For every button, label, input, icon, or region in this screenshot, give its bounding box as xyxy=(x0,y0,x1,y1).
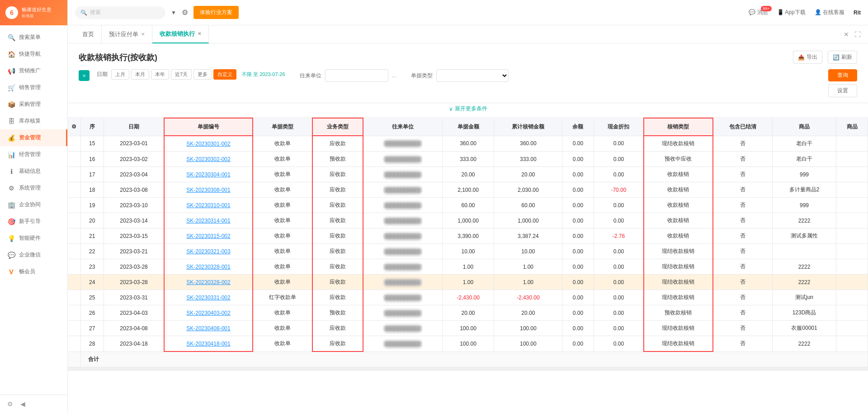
bill-no-link[interactable]: SK-20230310-001 xyxy=(186,202,230,209)
topbar-dropdown[interactable]: ▼ xyxy=(171,9,176,16)
td-goods: 123D商品 xyxy=(772,305,836,321)
refresh-button[interactable]: 🔄 刷新 xyxy=(828,51,857,64)
bill-no-link[interactable]: SK-20230328-001 xyxy=(186,264,230,270)
td-date: 2023-03-31 xyxy=(104,290,164,305)
th-gear[interactable]: ⚙ xyxy=(68,118,80,136)
td-bill-type: 收款单 xyxy=(253,336,312,352)
th-date: 日期 xyxy=(104,118,164,136)
date-range: 不限 至 2023-07-26 xyxy=(242,71,285,77)
td-cancel-type: 现结收款核销 xyxy=(644,290,713,305)
td-biz-type: 应收款 xyxy=(312,321,363,336)
horizontal-scrollbar[interactable] xyxy=(68,367,868,371)
sidebar-item-marketing[interactable]: 📢 营销推广 xyxy=(0,62,67,79)
app-download[interactable]: 📱 App下载 xyxy=(777,9,806,16)
bill-no-link[interactable]: SK-20230403-002 xyxy=(186,310,230,316)
td-no: 18 xyxy=(80,182,104,198)
sidebar-item-system[interactable]: ⚙ 系统管理 xyxy=(0,180,67,196)
message-badge[interactable]: 💬 消息 99+ xyxy=(749,9,768,16)
filter-toggle[interactable]: » xyxy=(79,70,90,81)
sidebar-item-wechat[interactable]: 💬 企业微信 xyxy=(0,247,67,263)
bill-no-link[interactable]: SK-20230315-002 xyxy=(186,233,230,239)
td-balance: 0.00 xyxy=(562,244,594,259)
bill-no-link[interactable]: SK-20230314-001 xyxy=(186,218,230,224)
date-btn-custom[interactable]: 自定义 xyxy=(213,69,236,80)
bill-no-link[interactable]: SK-20230328-002 xyxy=(186,279,230,285)
date-btn-thisyear[interactable]: 本年 xyxy=(151,69,169,80)
bill-no-link[interactable]: SK-20230418-001 xyxy=(186,341,230,347)
user-info[interactable]: Rit xyxy=(854,9,861,16)
collapse-icon[interactable]: ◀ xyxy=(20,400,25,408)
td-date: 2023-04-03 xyxy=(104,305,164,321)
tab-close-collection[interactable]: ✕ xyxy=(198,31,201,36)
online-service[interactable]: 👤 在线客服 xyxy=(815,9,844,16)
td-bill-type: 收款单 xyxy=(253,167,312,182)
td-cash-discount: 0.00 xyxy=(594,321,644,336)
th-cash-discount: 现金折扣 xyxy=(594,118,644,136)
bill-no-link[interactable]: SK-20230321-003 xyxy=(186,248,230,255)
sidebar-item-hardware[interactable]: 💡 智能硬件 xyxy=(0,230,67,247)
td-include-settled: 否 xyxy=(713,152,772,167)
tab-home[interactable]: 首页 xyxy=(75,25,102,43)
topbar-search[interactable]: 🔍 搜索 xyxy=(75,6,165,19)
sidebar-item-finance[interactable]: 💰 资金管理 xyxy=(0,129,67,146)
wechat-icon: 💬 xyxy=(7,252,15,259)
export-button[interactable]: 📤 导出 xyxy=(793,51,822,64)
td-partner: ██████████ xyxy=(363,321,442,336)
td-include-settled: 否 xyxy=(713,136,772,152)
date-btn-thismonth[interactable]: 本月 xyxy=(131,69,149,80)
bill-no-link[interactable]: SK-20230304-001 xyxy=(186,171,230,178)
sidebar-item-purchase[interactable]: 📦 采购管理 xyxy=(0,96,67,113)
filter-date: 日期 上月 本月 本年 近7天 更多 自定义 xyxy=(97,69,236,80)
td-cancel-type: 收款核销 xyxy=(644,182,713,198)
bill-no-link[interactable]: SK-20230331-002 xyxy=(186,294,230,301)
td-bill-no: SK-20230302-002 xyxy=(164,152,253,167)
partner-input[interactable] xyxy=(325,69,388,82)
setting-button[interactable]: 设置 xyxy=(828,84,857,97)
td-balance: 0.00 xyxy=(562,305,594,321)
tab-expand-icon[interactable]: ⛶ xyxy=(854,31,861,38)
td-cash-discount: 0.00 xyxy=(594,152,644,167)
sidebar-item-inventory[interactable]: 🗄 库存核算 xyxy=(0,113,67,129)
td-date: 2023-03-04 xyxy=(104,167,164,182)
finance-icon: 💰 xyxy=(7,134,15,142)
sidebar-item-search[interactable]: 🔍 搜索菜单 xyxy=(0,29,67,46)
td-cancel-amount: 360.00 xyxy=(494,136,562,152)
td-bill-type: 收款单 xyxy=(253,182,312,198)
sidebar-item-enterprise[interactable]: 🏢 企业协同 xyxy=(0,196,67,213)
td-goods: 多计量商品2 xyxy=(772,182,836,198)
query-button[interactable]: 查询 xyxy=(828,69,857,81)
td-no: 17 xyxy=(80,167,104,182)
solution-button[interactable]: 体验行业方案 xyxy=(193,6,239,19)
th-partner: 往来单位 xyxy=(363,118,442,136)
bill-no-link[interactable]: SK-20230408-001 xyxy=(186,325,230,332)
td-date: 2023-03-21 xyxy=(104,244,164,259)
hardware-icon: 💡 xyxy=(7,235,15,242)
date-btn-lastmonth[interactable]: 上月 xyxy=(111,69,129,80)
table-row: 22 2023-03-21 SK-20230321-003 收款单 应收款 ██… xyxy=(68,244,868,259)
filter-fields: 日期 上月 本月 本年 近7天 更多 自定义 不限 至 2023-07-26 往… xyxy=(97,69,857,97)
date-btn-7days[interactable]: 近7天 xyxy=(171,69,192,80)
bill-no-link[interactable]: SK-20230308-001 xyxy=(186,187,230,193)
tab-close-prepay[interactable]: ✕ xyxy=(141,32,145,37)
bill-no-link[interactable]: SK-20230301-002 xyxy=(186,141,230,147)
bill-no-link[interactable]: SK-20230302-002 xyxy=(186,156,230,162)
td-goods2 xyxy=(836,152,868,167)
operations-icon: 📊 xyxy=(7,151,15,158)
sidebar-item-operations[interactable]: 📊 经营管理 xyxy=(0,146,67,163)
date-btn-more[interactable]: 更多 xyxy=(193,69,212,80)
sidebar-item-sales[interactable]: 🛒 销售管理 xyxy=(0,79,67,96)
bill-type-select[interactable] xyxy=(436,69,509,82)
expand-more-button[interactable]: ∨ 展开更多条件 xyxy=(449,105,487,113)
tab-close-icon[interactable]: ✕ xyxy=(844,31,849,38)
sidebar-item-guide[interactable]: 🎯 新手引导 xyxy=(0,213,67,230)
sidebar-item-quicknav[interactable]: 🏠 快捷导航 xyxy=(0,46,67,62)
settings-icon[interactable]: ⚙ xyxy=(7,400,13,408)
tab-prepay[interactable]: 预计应付单 ✕ xyxy=(102,25,152,43)
topbar-gear-icon[interactable]: ⚙ xyxy=(182,8,188,17)
sidebar-item-member[interactable]: V 畅会员 xyxy=(0,263,67,280)
sidebar-item-basic[interactable]: ℹ 基础信息 xyxy=(0,163,67,180)
system-icon: ⚙ xyxy=(7,185,15,192)
tab-collection[interactable]: 收款核销执行 ✕ xyxy=(152,25,209,43)
td-gear xyxy=(68,198,80,213)
td-partner: ██████████ xyxy=(363,290,442,305)
